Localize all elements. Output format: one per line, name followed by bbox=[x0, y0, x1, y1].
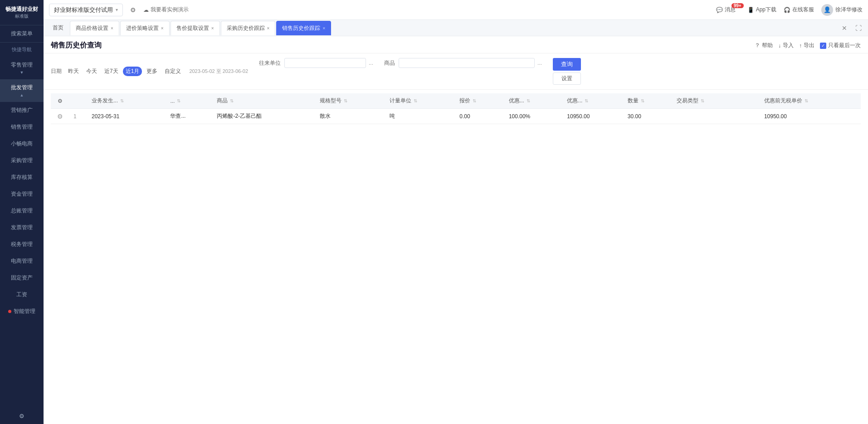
export-icon: ↑ bbox=[799, 43, 802, 49]
sidebar-item-ledger[interactable]: 总账管理 bbox=[0, 202, 44, 219]
main-area: 好业财标准版交付试用 ▾ ⚙ ☁ 我要看实例演示 💬 消息 99+ 📱 App下… bbox=[44, 0, 868, 424]
col-quantity-label: 数量 bbox=[628, 97, 639, 105]
sidebar-item-salary[interactable]: 工资 bbox=[0, 286, 44, 303]
sort-icon: ⇅ bbox=[805, 98, 808, 103]
sidebar-item-finance[interactable]: 资金管理 bbox=[0, 186, 44, 202]
query-btn[interactable]: 查询 bbox=[553, 58, 581, 71]
row-seq-cell: 1 bbox=[69, 109, 87, 124]
settings-col-icon: ⚙ bbox=[58, 98, 63, 104]
col-discount-price-header[interactable]: 优惠... ⇅ bbox=[562, 93, 623, 109]
row-settings-cell[interactable]: ⚙ bbox=[51, 109, 69, 124]
sidebar-item-ecommerce[interactable]: 电商管理 bbox=[0, 253, 44, 270]
date-opt-today[interactable]: 今天 bbox=[83, 67, 100, 76]
chevron-up-icon: ▲ bbox=[20, 93, 24, 97]
topbar-right: 💬 消息 99+ 📱 App下载 🎧 在线客服 👤 徐泽华修改 bbox=[716, 4, 863, 16]
sidebar: 畅捷通好业财 标准版 搜索菜单 快捷导航 零售管理 ▼ 批发管理 ▲ 营销推广 … bbox=[0, 0, 44, 424]
app-download-btn[interactable]: 📱 App下载 bbox=[747, 6, 776, 14]
col-product-label: 商品 bbox=[217, 97, 228, 105]
product-input[interactable] bbox=[399, 58, 535, 68]
sort-icon: ⇅ bbox=[585, 98, 588, 103]
col-spec-header[interactable]: 规格型号 ⇅ bbox=[315, 93, 385, 109]
tab-sale-extract[interactable]: 售价提取设置 × bbox=[171, 21, 220, 35]
sidebar-item-assets[interactable]: 固定资产 bbox=[0, 270, 44, 286]
row-product-cell: 丙烯酸-2-乙基己酯 bbox=[212, 109, 315, 124]
col-quantity-header[interactable]: 数量 ⇅ bbox=[623, 93, 673, 109]
sidebar-item-smart[interactable]: 智能管理 bbox=[0, 303, 44, 320]
user-info[interactable]: 👤 徐泽华修改 bbox=[821, 4, 863, 16]
col-transaction-type-header[interactable]: 交易类型 ⇅ bbox=[672, 93, 742, 109]
product-dots-btn[interactable]: ... bbox=[537, 60, 542, 66]
sort-icon: ⇅ bbox=[230, 98, 234, 103]
page-header: 销售历史价查询 ？ 帮助 ↓ 导入 ↑ 导出 ✓ 只看最后一次 bbox=[44, 36, 868, 53]
expand-tab-btn[interactable]: ⛶ bbox=[853, 23, 864, 34]
notifications-badge: 99+ bbox=[731, 3, 744, 8]
table-body: ⚙ 1 2023-05-31 华查... 丙烯酸-2-乙基己酯 散水 吨 0.0… bbox=[51, 109, 861, 124]
date-opt-more[interactable]: 更多 bbox=[144, 67, 160, 76]
tab-close-icon[interactable]: × bbox=[161, 26, 164, 31]
sidebar-settings-btn[interactable]: ⚙ bbox=[0, 408, 44, 424]
sidebar-item-label: 发票管理 bbox=[11, 224, 33, 231]
date-opt-last1month[interactable]: 近1月 bbox=[123, 67, 142, 76]
tab-sales-history[interactable]: 销售历史价跟踪 × bbox=[276, 21, 331, 35]
sidebar-item-ecommerce-small[interactable]: 小畅电商 bbox=[0, 135, 44, 152]
tab-home-label: 首页 bbox=[53, 24, 63, 32]
col-product-header[interactable]: 商品 ⇅ bbox=[212, 93, 315, 109]
tab-close-icon[interactable]: × bbox=[267, 26, 270, 31]
sidebar-quick-nav[interactable]: 快捷导航 bbox=[0, 43, 44, 57]
tab-label: 售价提取设置 bbox=[176, 24, 209, 32]
partner-filter-label: 往来单位 bbox=[259, 59, 281, 67]
col-discount-rate-header[interactable]: 优惠... ⇅ bbox=[504, 93, 562, 109]
tab-close-icon[interactable]: × bbox=[211, 26, 214, 31]
col-price-header[interactable]: 报价 ⇅ bbox=[455, 93, 504, 109]
sidebar-item-label: 智能管理 bbox=[14, 308, 35, 315]
last-only-checkbox[interactable]: ✓ 只看最后一次 bbox=[820, 42, 861, 49]
sort-icon: ⇅ bbox=[177, 98, 180, 103]
sidebar-search[interactable]: 搜索菜单 bbox=[0, 25, 44, 43]
demo-link[interactable]: ☁ 我要看实例演示 bbox=[143, 6, 189, 14]
sidebar-item-invoice[interactable]: 发票管理 bbox=[0, 219, 44, 236]
col-business-date-label: 业务发生... bbox=[92, 97, 118, 105]
partner-input[interactable] bbox=[284, 58, 366, 68]
online-service-btn[interactable]: 🎧 在线客服 bbox=[784, 6, 814, 14]
date-opt-last7[interactable]: 近7天 bbox=[102, 67, 121, 76]
module-settings-btn[interactable]: ⚙ bbox=[127, 5, 140, 15]
export-btn[interactable]: ↑ 导出 bbox=[799, 42, 814, 49]
sort-icon: ⇅ bbox=[344, 98, 347, 103]
notifications-btn[interactable]: 💬 消息 99+ bbox=[716, 6, 740, 14]
help-btn[interactable]: ？ 帮助 bbox=[755, 42, 773, 49]
partner-dots-btn[interactable]: ... bbox=[369, 60, 373, 66]
tab-purchase-history[interactable]: 采购历史价跟踪 × bbox=[221, 21, 276, 35]
col-extra-header[interactable]: ... ⇅ bbox=[166, 93, 212, 109]
sidebar-item-inventory[interactable]: 库存核算 bbox=[0, 169, 44, 186]
sidebar-item-purchase[interactable]: 采购管理 bbox=[0, 152, 44, 169]
sidebar-item-marketing[interactable]: 营销推广 bbox=[0, 102, 44, 119]
date-opt-custom[interactable]: 自定义 bbox=[162, 67, 184, 76]
col-business-date-header[interactable]: 业务发生... ⇅ bbox=[87, 93, 166, 109]
module-selector[interactable]: 好业财标准版交付试用 ▾ bbox=[49, 4, 123, 16]
cloud-icon: ☁ bbox=[143, 7, 149, 13]
col-transaction-type-label: 交易类型 bbox=[677, 97, 698, 105]
tab-product-price[interactable]: 商品价格设置 × bbox=[70, 21, 119, 35]
row-extra-cell: 华查... bbox=[166, 109, 212, 124]
content-area: 销售历史价查询 ？ 帮助 ↓ 导入 ↑ 导出 ✓ 只看最后一次 bbox=[44, 36, 868, 424]
tab-close-icon[interactable]: × bbox=[111, 26, 113, 31]
import-btn[interactable]: ↓ 导入 bbox=[778, 42, 794, 49]
close-tab-btn[interactable]: ✕ bbox=[839, 23, 850, 34]
sidebar-item-label: 批发管理 bbox=[11, 84, 33, 92]
col-settings-header[interactable]: ⚙ bbox=[51, 93, 69, 109]
tab-purchase-strategy[interactable]: 进价策略设置 × bbox=[120, 21, 170, 35]
col-unit-header[interactable]: 计量单位 ⇅ bbox=[385, 93, 455, 109]
checkbox-text: 只看最后一次 bbox=[828, 42, 861, 49]
col-seq-header bbox=[69, 93, 87, 109]
date-opt-yesterday[interactable]: 昨天 bbox=[65, 67, 82, 76]
sidebar-item-tax[interactable]: 税务管理 bbox=[0, 236, 44, 253]
sidebar-item-wholesale[interactable]: 批发管理 ▲ bbox=[0, 79, 44, 102]
sidebar-item-sales[interactable]: 销售管理 bbox=[0, 119, 44, 135]
settings-btn[interactable]: 设置 bbox=[553, 72, 581, 85]
tab-home[interactable]: 首页 bbox=[47, 21, 69, 35]
col-pretax-price-header[interactable]: 优惠前无税单价 ⇅ bbox=[760, 93, 861, 109]
sidebar-item-retail[interactable]: 零售管理 ▼ bbox=[0, 57, 44, 79]
export-label: 导出 bbox=[804, 42, 814, 49]
col-extra-label: ... bbox=[170, 98, 175, 104]
tab-close-icon[interactable]: × bbox=[322, 26, 325, 31]
